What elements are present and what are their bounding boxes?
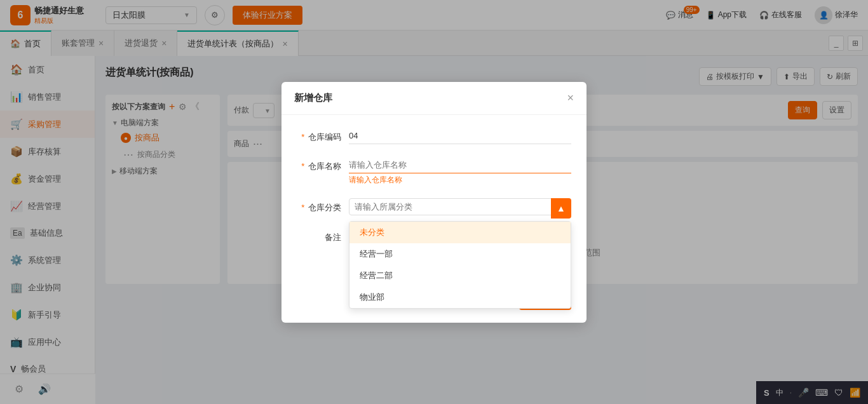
dialog-close-btn[interactable]: ×	[567, 92, 574, 104]
dialog-title: 新增仓库	[294, 92, 332, 104]
category-toggle-btn[interactable]: ▲	[551, 198, 571, 219]
name-input-wrap: 请输入仓库名称	[349, 157, 571, 185]
dialog-body: * 仓库编码 * 仓库名称 请输入仓库名称	[281, 115, 587, 281]
category-form-row: * 仓库分类 ▲ 未分类 经营一部 经营二部 物业部	[297, 198, 571, 215]
category-dropdown: 未分类 经营一部 经营二部 物业部	[349, 221, 571, 309]
code-form-row: * 仓库编码	[297, 128, 571, 144]
chevron-up-icon: ▲	[557, 203, 566, 213]
code-input-wrap	[349, 128, 571, 144]
category-label: * 仓库分类	[297, 198, 341, 213]
required-star2: *	[301, 161, 304, 171]
dropdown-option-1[interactable]: 经营一部	[349, 243, 571, 265]
dropdown-option-3[interactable]: 物业部	[349, 286, 571, 308]
name-label: * 仓库名称	[297, 157, 341, 172]
name-error-msg: 请输入仓库名称	[349, 175, 571, 185]
modal-overlay[interactable]: 新增仓库 × * 仓库编码 * 仓库名称	[0, 0, 868, 404]
new-warehouse-dialog: 新增仓库 × * 仓库编码 * 仓库名称	[281, 82, 587, 323]
required-star3: *	[301, 203, 304, 212]
category-input-wrap: ▲ 未分类 经营一部 经营二部 物业部	[349, 198, 571, 215]
code-label: * 仓库编码	[297, 128, 341, 143]
code-input[interactable]	[349, 128, 571, 144]
dialog-header: 新增仓库 ×	[281, 82, 587, 115]
required-star: *	[301, 132, 304, 142]
category-input[interactable]	[349, 198, 571, 215]
name-input[interactable]	[349, 157, 571, 173]
name-form-row: * 仓库名称 请输入仓库名称	[297, 157, 571, 185]
dropdown-option-0[interactable]: 未分类	[349, 222, 571, 243]
dropdown-option-2[interactable]: 经营二部	[349, 265, 571, 286]
note-label: 备注	[297, 228, 341, 243]
